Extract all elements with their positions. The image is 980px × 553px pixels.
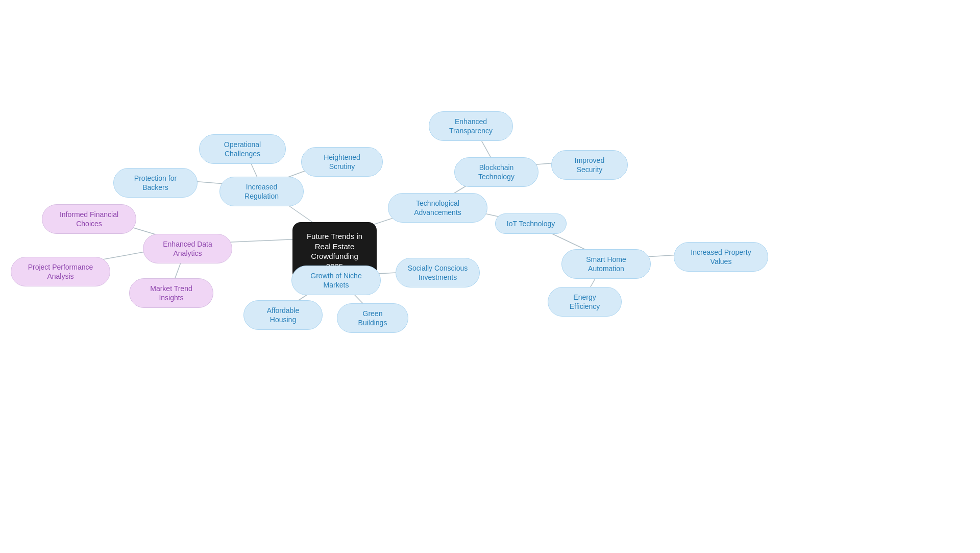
node-growth_of_niche_markets[interactable]: Growth of Niche Markets [291,266,381,295]
node-energy_efficiency[interactable]: Energy Efficiency [548,287,622,317]
node-green_buildings[interactable]: Green Buildings [337,303,408,333]
node-market_trend_insights[interactable]: Market Trend Insights [129,278,213,308]
connections-svg [0,0,980,553]
node-iot_technology[interactable]: IoT Technology [495,213,567,234]
node-affordable_housing[interactable]: Affordable Housing [243,300,323,330]
node-increased_regulation[interactable]: Increased Regulation [219,177,304,206]
node-blockchain_technology[interactable]: Blockchain Technology [454,157,538,187]
node-improved_security[interactable]: Improved Security [551,150,628,180]
node-enhanced_transparency[interactable]: Enhanced Transparency [429,111,513,141]
node-informed_financial_choices[interactable]: Informed Financial Choices [42,204,136,234]
node-smart_home_automation[interactable]: Smart Home Automation [561,249,651,279]
node-heightened_scrutiny[interactable]: Heightened Scrutiny [301,147,383,177]
node-technological_advancements[interactable]: Technological Advancements [388,193,487,223]
node-increased_property_values[interactable]: Increased Property Values [674,242,768,272]
node-protection_for_backers[interactable]: Protection for Backers [113,168,198,198]
node-socially_conscious[interactable]: Socially Conscious Investments [396,258,480,287]
mind-map: Future Trends in Real Estate Crowdfundin… [0,0,980,553]
node-enhanced_data_analytics[interactable]: Enhanced Data Analytics [143,234,232,263]
node-operational_challenges[interactable]: Operational Challenges [199,134,286,164]
node-project_performance_analysis[interactable]: Project Performance Analysis [11,257,110,286]
